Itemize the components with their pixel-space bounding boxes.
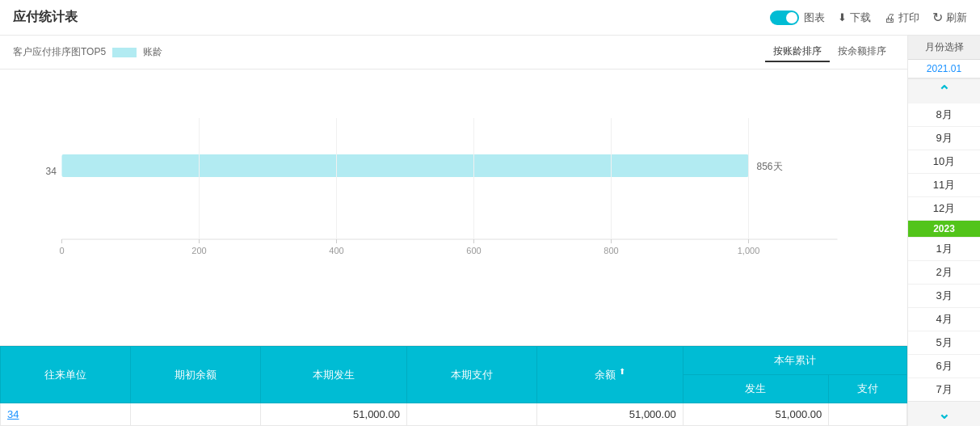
chart-svg-area: 34 856天 0 200 400 600 bbox=[0, 70, 907, 345]
cell-balance: 51,000.00 bbox=[537, 403, 683, 426]
sidebar-month-item[interactable]: 6月 bbox=[908, 355, 980, 378]
sort-by-age-button[interactable]: 按账龄排序 bbox=[765, 42, 830, 62]
col-ytd-occur: 发生 bbox=[683, 375, 829, 403]
sidebar-scroll-up-button[interactable] bbox=[908, 78, 980, 103]
col-ytd-label: 本年累计 bbox=[683, 347, 906, 375]
cell-ytd-pay bbox=[829, 403, 907, 426]
y-axis-label: 34 bbox=[46, 166, 57, 177]
cell-unit: 34 bbox=[1, 403, 131, 426]
bar-fill bbox=[62, 154, 749, 177]
chart-toggle[interactable] bbox=[770, 11, 799, 25]
col-balance: 余额 ⬆ bbox=[537, 347, 683, 403]
sidebar-month-item[interactable]: 5月 bbox=[908, 331, 980, 355]
refresh-label: 刷新 bbox=[946, 11, 967, 25]
chart-header: 客户应付排序图TOP5 账龄 按账龄排序 按余额排序 bbox=[0, 36, 907, 70]
svg-text:1,000: 1,000 bbox=[738, 246, 760, 255]
sidebar-month-item[interactable]: 3月 bbox=[908, 285, 980, 308]
sidebar-month-item[interactable]: 2023 bbox=[908, 221, 980, 238]
svg-text:800: 800 bbox=[604, 246, 618, 255]
col-period-pay: 本期支付 bbox=[406, 347, 536, 403]
sidebar-month-list: 8月9月10月11月12月20231月2月3月4月5月6月7月 bbox=[908, 103, 980, 401]
sidebar-month-item[interactable]: 2月 bbox=[908, 261, 980, 285]
unit-link[interactable]: 34 bbox=[7, 408, 19, 420]
main-content: 客户应付排序图TOP5 账龄 按账龄排序 按余额排序 34 856天 bbox=[0, 36, 980, 426]
table-area: 往来单位 期初余额 本期发生 本期支付 余额 ⬆ 本年累计 发生 bbox=[0, 345, 907, 426]
cell-opening bbox=[131, 403, 261, 426]
bar-end-label: 856天 bbox=[757, 161, 783, 172]
svg-text:600: 600 bbox=[466, 246, 481, 255]
refresh-icon bbox=[932, 10, 943, 25]
sidebar-month-item[interactable]: 1月 bbox=[908, 238, 980, 261]
print-label: 打印 bbox=[898, 11, 919, 25]
cell-pay bbox=[406, 403, 536, 426]
sort-by-balance-button[interactable]: 按余额排序 bbox=[830, 42, 894, 62]
print-icon bbox=[884, 11, 895, 24]
sidebar-month-item[interactable]: 10月 bbox=[908, 150, 980, 174]
col-opening-balance: 期初余额 bbox=[131, 347, 261, 403]
chart-legend: 客户应付排序图TOP5 账龄 bbox=[13, 45, 162, 59]
download-label: 下载 bbox=[850, 11, 871, 25]
table-row: 34 51,000.00 51,000.00 51,000.00 bbox=[1, 403, 907, 426]
chart-sort-buttons: 按账龄排序 按余额排序 bbox=[765, 42, 894, 62]
chevron-down-icon bbox=[938, 407, 950, 421]
cell-ytd-occur: 51,000.00 bbox=[683, 403, 829, 426]
bar-chart-svg: 34 856天 0 200 400 600 bbox=[13, 78, 894, 272]
page-title: 应付统计表 bbox=[13, 9, 78, 26]
toggle-thumb bbox=[786, 12, 797, 23]
right-sidebar: 月份选择 2021.01 8月9月10月11月12月20231月2月3月4月5月… bbox=[907, 36, 980, 426]
svg-text:200: 200 bbox=[191, 246, 206, 255]
toggle-label: 图表 bbox=[804, 11, 825, 25]
sidebar-month-item[interactable]: 11月 bbox=[908, 174, 980, 197]
download-icon bbox=[838, 11, 847, 23]
sidebar-month-item[interactable]: 7月 bbox=[908, 378, 980, 401]
sidebar-month-item[interactable]: 4月 bbox=[908, 308, 980, 331]
data-table: 往来单位 期初余额 本期发生 本期支付 余额 ⬆ 本年累计 发生 bbox=[0, 346, 907, 426]
legend-color-swatch bbox=[112, 48, 137, 57]
legend-label: 账龄 bbox=[143, 45, 162, 59]
sidebar-current-date[interactable]: 2021.01 bbox=[908, 60, 980, 78]
sidebar-header: 月份选择 bbox=[908, 36, 980, 60]
download-button[interactable]: 下载 bbox=[838, 11, 871, 25]
balance-icon: ⬆ bbox=[619, 367, 625, 376]
col-ytd-pay: 支付 bbox=[829, 375, 907, 403]
sidebar-month-item[interactable]: 9月 bbox=[908, 127, 980, 150]
print-button[interactable]: 打印 bbox=[884, 11, 919, 25]
cell-occur: 51,000.00 bbox=[261, 403, 407, 426]
svg-text:400: 400 bbox=[329, 246, 343, 255]
col-period-occur: 本期发生 bbox=[261, 347, 407, 403]
header-actions: 图表 下载 打印 刷新 bbox=[770, 10, 967, 25]
sidebar-month-item[interactable]: 12月 bbox=[908, 197, 980, 221]
sidebar-scroll-down-button[interactable] bbox=[908, 401, 980, 426]
sidebar-month-item[interactable]: 8月 bbox=[908, 103, 980, 127]
chart-area: 客户应付排序图TOP5 账龄 按账龄排序 按余额排序 34 856天 bbox=[0, 36, 907, 426]
svg-text:0: 0 bbox=[59, 246, 64, 255]
chevron-up-icon bbox=[938, 85, 950, 99]
header: 应付统计表 图表 下载 打印 刷新 bbox=[0, 0, 980, 36]
col-incoming-unit: 往来单位 bbox=[1, 347, 131, 403]
legend-title: 客户应付排序图TOP5 bbox=[13, 45, 106, 59]
refresh-button[interactable]: 刷新 bbox=[932, 10, 967, 25]
